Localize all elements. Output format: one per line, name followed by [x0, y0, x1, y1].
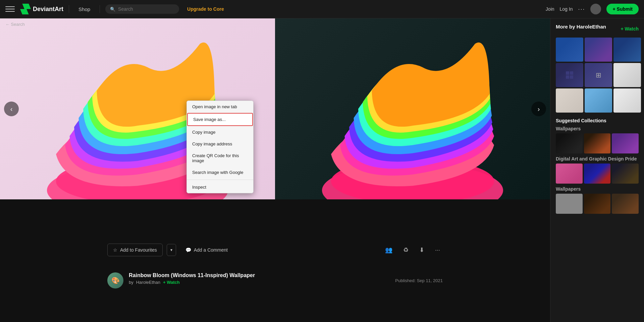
image-viewer[interactable]: ‹ › Open image in new tab Save image as.…	[0, 18, 550, 199]
react-button[interactable]: ♻	[400, 244, 411, 256]
more-by-header: More by HaroleEthan + Watch	[556, 24, 639, 34]
main-content: ← Search	[0, 0, 644, 322]
more-by-thumb-9[interactable]	[613, 88, 641, 113]
shop-link[interactable]: Shop	[74, 6, 94, 12]
digital-art-grid	[556, 164, 639, 184]
wallpapers2-grid	[556, 194, 639, 214]
context-menu-item-inspect[interactable]: Inspect	[187, 181, 253, 193]
more-by-title: More by HaroleEthan	[556, 24, 606, 29]
windows-icon	[566, 71, 573, 79]
digital-thumb-1[interactable]	[556, 164, 583, 184]
search-icon: 🔍	[110, 7, 115, 12]
download-button[interactable]: ⬇	[417, 244, 427, 256]
context-menu-item-search[interactable]: Search image with Google	[187, 167, 253, 178]
add-to-favourites-button[interactable]: ☆ Add to Favourites	[107, 244, 163, 256]
watch-artist-button[interactable]: + Watch	[163, 280, 180, 285]
avatar[interactable]	[590, 4, 601, 14]
context-menu-item-copy-addr[interactable]: Copy image address	[187, 138, 253, 150]
wallpaper2-thumb-2[interactable]	[584, 194, 611, 214]
image-right-half	[275, 18, 550, 199]
context-menu-item-qr[interactable]: Create QR Code for this image	[187, 150, 253, 167]
wallpaper-thumb-2[interactable]	[584, 133, 611, 153]
artist-avatar[interactable]: 🎨	[107, 272, 123, 288]
more-by-thumb-4[interactable]	[556, 63, 583, 87]
context-menu-item-open[interactable]: Open image in new tab	[187, 101, 253, 113]
logo-link[interactable]: DeviantArt	[20, 4, 63, 14]
digital-thumb-2[interactable]	[584, 164, 611, 184]
more-button[interactable]: ···	[432, 244, 443, 256]
star-icon: ☆	[113, 247, 117, 253]
add-comment-button[interactable]: 💬 Add a Comment	[180, 244, 233, 256]
image-area: ← Search	[0, 18, 550, 322]
more-by-grid: ⊞	[556, 38, 639, 113]
more-by-thumb-5[interactable]: ⊞	[585, 63, 612, 87]
avatar-image: 🎨	[107, 272, 123, 288]
more-options-button[interactable]: ···	[578, 6, 585, 13]
nav-right-area: Join Log In ··· + Submit	[546, 4, 639, 14]
breadcrumb[interactable]: ← Search	[5, 22, 25, 27]
right-sidebar: More by HaroleEthan + Watch ⊞	[550, 18, 644, 322]
wallpaper2-thumb-1[interactable]	[556, 194, 583, 214]
next-arrow[interactable]: ›	[531, 102, 546, 116]
search-bar[interactable]: 🔍	[105, 4, 179, 14]
wallpapers-grid	[556, 133, 639, 153]
wallpapers2-label: Wallpapers	[556, 186, 639, 192]
top-navigation: DeviantArt Shop 🔍 Upgrade to Core Join L…	[0, 0, 644, 18]
wallpapers-label: Wallpapers	[556, 126, 639, 131]
search-input[interactable]	[118, 6, 172, 12]
more-by-thumb-3[interactable]	[613, 38, 641, 62]
wallpaper-thumb-3[interactable]	[612, 133, 639, 153]
login-button[interactable]: Log In	[560, 6, 573, 12]
context-menu-item-save[interactable]: Save image as...	[187, 113, 253, 126]
actions-bar: ☆ Add to Favourites ▾ 💬 Add a Comment 👥 …	[0, 238, 550, 262]
logo-icon	[20, 4, 31, 14]
more-by-thumb-7[interactable]	[556, 88, 583, 113]
actions-right: 👥 ♻ ⬇ ···	[382, 244, 443, 256]
upgrade-link[interactable]: Upgrade to Core	[187, 6, 224, 12]
more-by-thumb-6[interactable]	[613, 63, 641, 87]
hamburger-menu[interactable]	[5, 4, 15, 14]
artwork-title: Rainbow Bloom (Windows 11-Inspired) Wall…	[129, 272, 390, 278]
nav-divider-2	[100, 5, 100, 13]
comment-icon: 💬	[185, 247, 191, 253]
logo-text: DeviantArt	[33, 6, 63, 13]
more-by-thumb-1[interactable]	[556, 38, 583, 62]
context-menu: Open image in new tab Save image as... C…	[186, 101, 254, 193]
artwork-details: Rainbow Bloom (Windows 11-Inspired) Wall…	[129, 272, 390, 285]
wallpaper2-thumb-3[interactable]	[612, 194, 639, 214]
more-by-thumb-8[interactable]	[585, 88, 612, 113]
favourites-dropdown-button[interactable]: ▾	[167, 244, 176, 256]
more-by-thumb-2[interactable]	[585, 38, 612, 62]
bloom-svg-right	[275, 18, 550, 199]
artist-name-link[interactable]: HaroleEthan	[136, 280, 160, 285]
suggested-collections-title: Suggested Collections	[556, 118, 639, 123]
published-date: Published: Sep 11, 2021	[395, 278, 443, 283]
submit-button[interactable]: + Submit	[606, 4, 639, 14]
artwork-info: 🎨 Rainbow Bloom (Windows 11-Inspired) Wa…	[0, 266, 550, 295]
prev-arrow[interactable]: ‹	[4, 102, 19, 116]
join-button[interactable]: Join	[546, 6, 554, 12]
context-menu-divider	[187, 180, 253, 180]
context-menu-item-copy[interactable]: Copy image	[187, 126, 253, 138]
wallpaper-thumb-1[interactable]	[556, 133, 583, 153]
watch-button-sidebar[interactable]: + Watch	[621, 26, 639, 31]
digital-thumb-3[interactable]	[612, 164, 639, 184]
artwork-author: by HaroleEthan + Watch	[129, 280, 390, 285]
nav-divider-1	[69, 5, 69, 13]
digital-art-label: Digital Art and Graphic Design Pride	[556, 156, 639, 162]
share-button[interactable]: 👥	[382, 244, 395, 256]
